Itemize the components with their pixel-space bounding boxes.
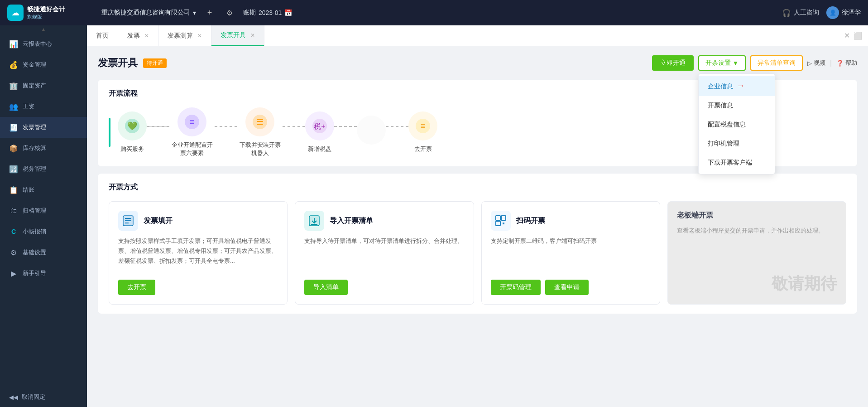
page-header: 发票开具 待开通 立即开通 开票设置 ▼ (98, 55, 857, 71)
sidebar-item-invoice[interactable]: 🧾 发票管理 (0, 117, 87, 138)
download-client-label: 下载开票客户端 (708, 159, 752, 166)
maximize-icon[interactable]: ⬜ (854, 31, 863, 40)
tab-home-label: 首页 (96, 32, 109, 40)
settings-dropdown-button[interactable]: 开票设置 ▼ (698, 55, 746, 71)
calendar-icon: 📅 (284, 9, 292, 16)
inventory-icon: 📦 (9, 144, 18, 153)
sidebar-item-settlement[interactable]: 📋 结账 (0, 179, 87, 200)
chevron-down-icon: ▼ (733, 59, 739, 67)
support-button[interactable]: 🎧 人工咨询 (782, 9, 819, 17)
svg-rect-20 (501, 216, 506, 220)
buy-service-icon: 💚 (118, 111, 147, 141)
fill-card-desc: 支持按照发票样式手工填开发票；可开具增值税电子普通发票、增值税普通发票、增值税专… (118, 236, 278, 272)
fill-card-btn[interactable]: 去开票 (118, 280, 155, 295)
import-icon (304, 211, 324, 231)
tab-invoice-calc-label: 发票测算 (168, 32, 193, 40)
user-menu[interactable]: 👤 徐泽华 (826, 6, 861, 19)
fill-card-title: 发票填开 (144, 216, 173, 226)
tab-invoice-open[interactable]: 发票开具 ✕ (211, 25, 264, 46)
sidebar-item-label: 结账 (23, 186, 34, 194)
tab-invoice-open-close[interactable]: ✕ (250, 32, 255, 39)
chevron-down-icon: ▾ (193, 9, 196, 16)
sidebar-item-label: 税务管理 (23, 165, 46, 173)
exception-button[interactable]: 异常清单查询 (750, 55, 803, 71)
cancel-fixed-button[interactable]: ◀◀ 取消固定 (0, 387, 87, 407)
sidebar-item-tax[interactable]: 🔢 税务管理 (0, 159, 87, 179)
activate-button[interactable]: 立即开通 (652, 55, 694, 71)
play-icon: ▷ (807, 60, 812, 67)
svg-text:≡: ≡ (421, 121, 426, 131)
sidebar-item-fixed-assets[interactable]: 🏢 固定资产 (0, 75, 87, 96)
help-button[interactable]: ❓ 帮助 (836, 59, 857, 67)
sidebar-item-fund[interactable]: 💰 资金管理 (0, 54, 87, 75)
billing-card-boss: 老板端开票 查看老板端小程序提交的开票申请，并作出相应的处理。 敬请期待 (667, 201, 846, 305)
dropdown-item-download-client[interactable]: 下载开票客户端 (699, 153, 775, 172)
svg-rect-22 (503, 223, 504, 224)
svg-text:💚: 💚 (127, 121, 138, 131)
sidebar-item-label: 归档管理 (23, 207, 46, 215)
billing-methods-title: 开票方式 (109, 183, 846, 192)
exception-label: 异常清单查询 (758, 59, 796, 67)
tax-disk-label: 配置税盘信息 (708, 121, 746, 128)
sidebar-item-cloud-report[interactable]: 📊 云报表中心 (0, 34, 87, 54)
tab-invoice-list-label: 发票 (127, 32, 140, 40)
tab-invoice-list[interactable]: 发票 ✕ (118, 25, 158, 46)
tab-invoice-calc[interactable]: 发票测算 ✕ (158, 25, 211, 46)
sidebar-item-salary[interactable]: 👥 工资 (0, 96, 87, 117)
help-label: 帮助 (845, 59, 857, 67)
dropdown-item-invoice-info[interactable]: 开票信息 (699, 96, 775, 115)
sidebar-item-label: 小畅报销 (23, 228, 46, 236)
settings-icon[interactable]: ⚙ (223, 6, 236, 19)
tab-home[interactable]: 首页 (87, 25, 118, 46)
import-card-btn[interactable]: 导入清单 (304, 280, 348, 295)
avatar: 👤 (826, 6, 839, 19)
add-tab-button[interactable]: + (203, 6, 216, 19)
sidebar-item-label: 云报表中心 (23, 40, 52, 48)
video-button[interactable]: ▷ 视频 (807, 59, 825, 67)
invoice-step-label: 去开票 (414, 145, 432, 153)
flow-step-add-disk: 税+ 新增税盘 (305, 111, 334, 153)
logo-title: 畅捷通好会计 (27, 5, 65, 14)
fund-icon: 💰 (9, 60, 18, 69)
period-value: 2023-01 (259, 9, 282, 16)
flow-connector-middle (357, 116, 386, 149)
status-badge: 待开通 (143, 58, 167, 68)
flow-steps: 💚 购买服务 ≡ 企业开通配置开票六要素 (118, 107, 437, 157)
settings-icon: ⚙ (9, 248, 18, 257)
sidebar-item-guide[interactable]: ▶ 新手引导 (0, 263, 87, 284)
sidebar-item-archive[interactable]: 🗂 归档管理 (0, 200, 87, 221)
tab-invoice-list-close[interactable]: ✕ (144, 33, 149, 39)
scan-qr-btn[interactable]: 开票码管理 (491, 280, 541, 295)
invoice-icon: 🧾 (9, 123, 18, 132)
buy-service-label: 购买服务 (120, 145, 144, 153)
svg-rect-21 (496, 221, 500, 226)
header-actions: 立即开通 开票设置 ▼ 企业信息 → (652, 55, 858, 71)
dropdown-item-printer[interactable]: 打印机管理 (699, 134, 775, 153)
sidebar-item-report[interactable]: C 小畅报销 (0, 221, 87, 242)
dropdown-item-company-info[interactable]: 企业信息 → (699, 76, 775, 96)
config-label: 企业开通配置开票六要素 (169, 141, 215, 157)
company-selector[interactable]: 重庆畅捷交通信息咨询有限公司 ▾ (101, 9, 196, 17)
sidebar-item-inventory[interactable]: 📦 库存核算 (0, 138, 87, 159)
dropdown-item-tax-disk[interactable]: 配置税盘信息 (699, 115, 775, 134)
scan-icon (491, 211, 511, 231)
report-icon: C (9, 227, 18, 236)
archive-icon: 🗂 (9, 206, 18, 215)
close-window-icon[interactable]: ✕ (844, 31, 850, 40)
invoice-info-label: 开票信息 (708, 102, 733, 109)
sidebar-item-settings[interactable]: ⚙ 基础设置 (0, 242, 87, 263)
sidebar: ▲ 📊 云报表中心 💰 资金管理 🏢 固定资产 👥 工资 🧾 发票管理 (0, 25, 87, 407)
tab-invoice-calc-close[interactable]: ✕ (197, 33, 202, 39)
download-label: 下载并安装开票机器人 (237, 141, 283, 157)
sidebar-scroll-up[interactable]: ▲ (0, 25, 87, 34)
svg-text:税+: 税+ (314, 122, 325, 130)
guide-icon: ▶ (9, 269, 18, 278)
boss-card-desc: 查看老板端小程序提交的开票申请，并作出相应的处理。 (677, 226, 837, 262)
scan-apply-btn[interactable]: 查看申请 (545, 280, 589, 295)
period-selector[interactable]: 账期 2023-01 📅 (243, 9, 292, 17)
billing-methods-section: 开票方式 发票填开 支持按照发票样式手工填开发票；可开具增值税电子普通发票、增值… (98, 174, 857, 314)
salary-icon: 👥 (9, 102, 18, 111)
svg-rect-19 (496, 216, 500, 220)
logo-icon: ☁ (7, 5, 24, 21)
company-info-label: 企业信息 (708, 82, 733, 90)
